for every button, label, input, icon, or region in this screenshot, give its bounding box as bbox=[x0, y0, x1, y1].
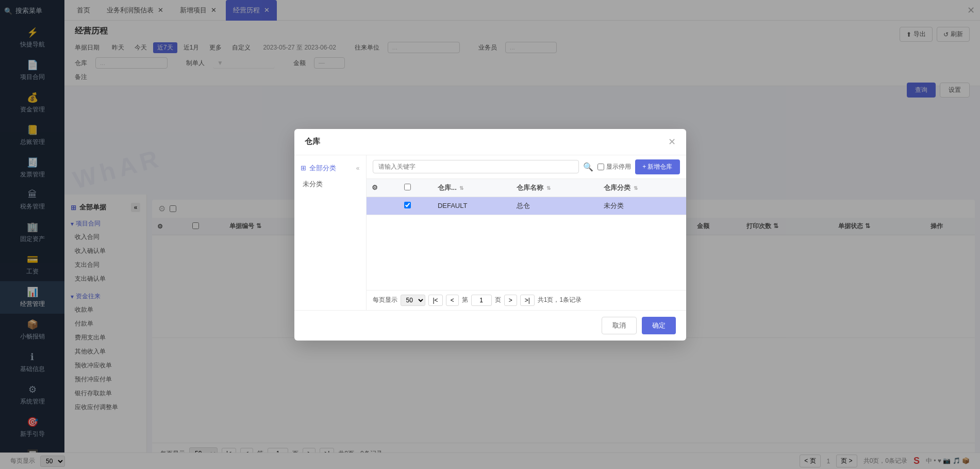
modal-table-wrapper: ⚙ 仓库... ⇅ 仓库名称 ⇅ 仓库分类 ⇅ DEFAU bbox=[367, 179, 686, 290]
row-category: 未分类 bbox=[599, 197, 686, 215]
modal-category-unclassified[interactable]: 未分类 bbox=[294, 176, 366, 192]
modal-next-page[interactable]: > bbox=[504, 295, 517, 306]
cancel-button[interactable]: 取消 bbox=[602, 317, 637, 334]
modal-last-page[interactable]: >| bbox=[520, 295, 535, 306]
modal-total-text: 共1页，1条记录 bbox=[538, 296, 582, 304]
modal-table-header-row: ⚙ 仓库... ⇅ 仓库名称 ⇅ 仓库分类 ⇅ bbox=[367, 179, 686, 197]
collapse-left-btn[interactable]: « bbox=[356, 165, 360, 172]
show-disabled-checkbox[interactable] bbox=[597, 164, 604, 170]
modal-first-page[interactable]: |< bbox=[428, 295, 443, 306]
modal-search-button[interactable]: 🔍 bbox=[583, 162, 593, 172]
modal-select-all[interactable] bbox=[404, 184, 411, 190]
modal-category-header: ⊞ 全部分类 « bbox=[294, 160, 366, 176]
modal-left-panel: ⊞ 全部分类 « 未分类 bbox=[294, 155, 367, 310]
modal-footer: 取消 确定 bbox=[294, 310, 686, 341]
modal-page-input[interactable] bbox=[471, 295, 492, 306]
show-disabled-text: 显示停用 bbox=[606, 163, 631, 171]
modal-page-label: 第 bbox=[462, 296, 468, 304]
table-row[interactable]: DEFAULT 总仓 未分类 bbox=[367, 197, 686, 215]
modal-title: 仓库 bbox=[305, 137, 320, 147]
modal-col-checkbox bbox=[399, 179, 433, 197]
modal-overlay: 仓库 ✕ ⊞ 全部分类 « 未分类 🔍 bbox=[0, 0, 980, 469]
row-checkbox bbox=[399, 197, 433, 215]
modal-prev-page[interactable]: < bbox=[446, 295, 459, 306]
add-warehouse-button[interactable]: + 新增仓库 bbox=[635, 159, 679, 174]
category-label: 全部分类 bbox=[309, 164, 336, 173]
modal-close-button[interactable]: ✕ bbox=[668, 136, 676, 148]
row-name: 总仓 bbox=[511, 197, 599, 215]
modal-pagination: 每页显示 50 |< < 第 页 > >| 共1页，1条记录 bbox=[367, 290, 686, 310]
modal-warehouse-table: ⚙ 仓库... ⇅ 仓库名称 ⇅ 仓库分类 ⇅ DEFAU bbox=[367, 179, 686, 215]
row-code: DEFAULT bbox=[433, 197, 511, 215]
row-select-checkbox[interactable] bbox=[404, 202, 411, 208]
modal-col-code[interactable]: 仓库... ⇅ bbox=[433, 179, 511, 197]
modal-search-input[interactable] bbox=[373, 160, 579, 173]
modal-toolbar: 🔍 显示停用 + 新增仓库 bbox=[367, 155, 686, 179]
modal-page-size-label: 每页显示 bbox=[373, 296, 397, 304]
modal-body: ⊞ 全部分类 « 未分类 🔍 显示停用 + 新增仓库 bbox=[294, 155, 686, 310]
modal-col-settings: ⚙ bbox=[367, 179, 399, 197]
modal-page-suffix: 页 bbox=[495, 296, 501, 304]
show-disabled-label[interactable]: 显示停用 bbox=[597, 163, 631, 171]
modal-col-category[interactable]: 仓库分类 ⇅ bbox=[599, 179, 686, 197]
confirm-button[interactable]: 确定 bbox=[642, 317, 676, 334]
row-settings bbox=[367, 197, 399, 215]
modal-header: 仓库 ✕ bbox=[294, 129, 686, 155]
modal-right-panel: 🔍 显示停用 + 新增仓库 ⚙ 仓库... ⇅ bbox=[367, 155, 686, 310]
warehouse-modal: 仓库 ✕ ⊞ 全部分类 « 未分类 🔍 bbox=[294, 129, 686, 341]
modal-page-size-select[interactable]: 50 bbox=[401, 295, 425, 306]
modal-col-name[interactable]: 仓库名称 ⇅ bbox=[511, 179, 599, 197]
grid-icon: ⊞ bbox=[301, 164, 306, 172]
